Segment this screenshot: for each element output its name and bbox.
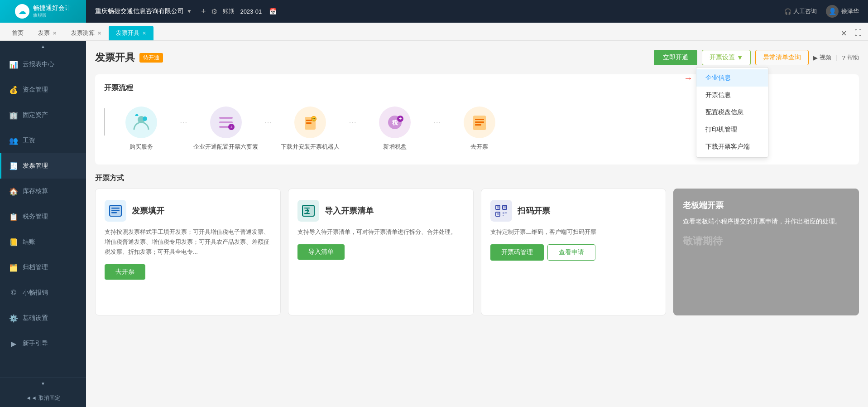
period-value: 2023-01 (240, 8, 262, 15)
video-button[interactable]: ▶ 视频 (813, 53, 831, 62)
support-button[interactable]: 🎧 人工咨询 (784, 7, 817, 15)
sidebar-item-guide[interactable]: ▶ 新手引导 (0, 331, 86, 356)
content-area: 发票开具 待开通 立即开通 开票设置 ▼ 异常清单查询 ▶ 视频 | ? 帮助 (86, 41, 868, 407)
dropdown-item-company-info[interactable]: → 企业信息 (696, 69, 768, 87)
sidebar-item-inventory-label: 库存核算 (23, 187, 48, 195)
question-icon: ? (842, 54, 845, 61)
sidebar-item-settle[interactable]: 📒 结账 (0, 229, 86, 255)
dropdown-item-download-client[interactable]: 下载开票客户端 (696, 138, 768, 155)
dropdown-download-client-label: 下载开票客户端 (705, 143, 750, 150)
sidebar-bottom: ▼ ◄◄ 取消固定 (0, 378, 86, 407)
tab-expand-btn[interactable]: ⛶ (853, 28, 863, 39)
scan-invoice-desc: 支持定制开票二维码，客户端可扫码开票 (490, 227, 657, 237)
process-step-download-icon: 😊 (294, 107, 326, 138)
inventory-icon: 🏠 (9, 187, 18, 196)
process-step-config: + 企业开通配置开票六要素 (190, 107, 262, 151)
methods-section-title: 开票方式 (95, 174, 859, 183)
method-card-import: 导入开票清单 支持导入待开票清单，可对待开票清单进行拆分、合并处理。 导入清单 (288, 189, 474, 315)
tab-invoice-close[interactable]: ✕ (53, 30, 57, 36)
dropdown-item-invoice-info[interactable]: 开票信息 (696, 87, 768, 104)
exception-button[interactable]: 异常清单查询 (755, 50, 809, 65)
svg-rect-35 (503, 212, 504, 214)
basic-icon: ⚙️ (9, 314, 18, 323)
svg-rect-18 (475, 121, 484, 123)
sidebar-scroll-up[interactable]: ▲ (0, 41, 86, 52)
import-invoice-desc: 支持导入待开票清单，可对待开票清单进行拆分、合并处理。 (297, 227, 464, 237)
svg-point-1 (143, 116, 147, 121)
header-center: 重庆畅捷交通信息咨询有限公司 ▼ + ⚙ 账期 2023-01 📅 (86, 0, 784, 23)
settings-icon[interactable]: ⚙ (211, 7, 217, 16)
sidebar-item-fixed-assets[interactable]: 🏢 固定资产 (0, 102, 86, 128)
app-name: 畅捷通好会计 (33, 4, 71, 12)
tab-invoice-calc[interactable]: 发票测算 ✕ (64, 26, 109, 40)
sidebar-item-cloud-report[interactable]: 📊 云报表中心 (0, 52, 86, 77)
svg-rect-27 (304, 208, 310, 208)
method-card-import-header: 导入开票清单 (297, 200, 464, 222)
sidebar-item-invoice[interactable]: 🧾 发票管理 (0, 153, 86, 179)
help-button[interactable]: ? 帮助 (842, 53, 859, 62)
sidebar-item-basic[interactable]: ⚙️ 基础设置 (0, 305, 86, 331)
sidebar-item-basic-label: 基础设置 (23, 314, 48, 322)
process-step-invoice-label: 去开票 (470, 143, 488, 151)
period-label: 账期 (223, 7, 235, 15)
sidebar: ▲ 📊 云报表中心 💰 资金管理 🏢 固定资产 👥 工资 🧾 发票管理 🏠 库存… (0, 41, 86, 407)
invoice-icon: 🧾 (9, 161, 18, 170)
dropdown-invoice-info-label: 开票信息 (705, 91, 731, 98)
app-badge: 旗舰版 (33, 12, 71, 19)
sidebar-item-archive[interactable]: 🗂️ 归档管理 (0, 255, 86, 280)
header-actions: + ⚙ 账期 2023-01 📅 (201, 7, 277, 16)
dropdown-tax-disk-label: 配置税盘信息 (705, 108, 743, 116)
add-tab-button[interactable]: + (201, 7, 206, 16)
tab-home-label: 首页 (12, 29, 24, 37)
sidebar-item-fund[interactable]: 💰 资金管理 (0, 77, 86, 102)
sidebar-item-tax[interactable]: 📋 税务管理 (0, 204, 86, 229)
sidebar-item-salary[interactable]: 👥 工资 (0, 128, 86, 153)
settings-button[interactable]: 开票设置 ▼ (702, 50, 751, 65)
tab-close-btn[interactable]: ✕ (838, 28, 849, 39)
import-invoice-button[interactable]: 导入清单 (297, 244, 345, 260)
fill-invoice-button[interactable]: 去开票 (105, 264, 145, 280)
logo-area: ☁ 畅捷通好会计 旗舰版 (0, 0, 86, 23)
svg-rect-23 (111, 210, 120, 211)
user-area[interactable]: 👤 徐泽华 (826, 5, 859, 18)
svg-text:+: + (399, 116, 402, 122)
company-selector[interactable]: 重庆畅捷交通信息咨询有限公司 ▼ (95, 7, 192, 15)
svg-rect-32 (504, 206, 506, 208)
activate-button[interactable]: 立即开通 (654, 50, 697, 65)
sidebar-item-inventory[interactable]: 🏠 库存核算 (0, 179, 86, 204)
sidebar-item-xiaochang[interactable]: © 小畅报销 (0, 280, 86, 305)
sidebar-scroll-down[interactable]: ▼ (0, 378, 86, 389)
svg-rect-36 (505, 212, 507, 213)
salary-icon: 👥 (9, 136, 18, 145)
dropdown-item-printer[interactable]: 打印机管理 (696, 121, 768, 138)
dropdown-item-tax-disk[interactable]: 配置税盘信息 (696, 104, 768, 121)
process-step-taxdisk: 税+ 新增税盘 (359, 107, 431, 151)
svg-rect-24 (111, 212, 117, 213)
calendar-icon[interactable]: 📅 (269, 8, 277, 15)
svg-rect-34 (497, 213, 499, 215)
method-card-boss: 老板端开票 查看老板端小程序提交的开票申请，并作出相应的处理。 敬请期待 (673, 189, 859, 315)
tab-invoice-calc-close[interactable]: ✕ (97, 30, 101, 36)
qr-manage-button[interactable]: 开票码管理 (490, 244, 544, 261)
status-badge: 待开通 (139, 53, 163, 63)
tab-home[interactable]: 首页 (5, 26, 31, 40)
method-card-fill: 发票填开 支持按照发票样式手工填开发票；可开具增值税电子普通发票、增值税普通发票… (95, 189, 281, 315)
headset-icon: 🎧 (784, 8, 791, 15)
tab-invoice-issue[interactable]: 发票开具 ✕ (109, 26, 153, 40)
dropdown-printer-label: 打印机管理 (705, 126, 737, 133)
process-step-taxdisk-icon: 税+ (379, 107, 411, 138)
svg-rect-17 (475, 119, 484, 120)
tax-icon: 📋 (9, 212, 18, 221)
sidebar-cancel-pin[interactable]: ◄◄ 取消固定 (0, 389, 86, 407)
process-step-taxdisk-label: 新增税盘 (383, 143, 407, 151)
logo-icon: ☁ (15, 4, 29, 19)
guide-icon: ▶ (9, 339, 18, 348)
tab-invoice-issue-close[interactable]: ✕ (142, 30, 146, 36)
svg-rect-28 (304, 213, 310, 214)
svg-rect-22 (111, 208, 120, 209)
method-card-scan-header: 扫码开票 (490, 200, 657, 222)
tab-invoice[interactable]: 发票 ✕ (31, 26, 64, 40)
view-application-button[interactable]: 查看申请 (547, 244, 595, 261)
svg-text:+: + (230, 125, 233, 130)
svg-text:😊: 😊 (311, 116, 317, 122)
